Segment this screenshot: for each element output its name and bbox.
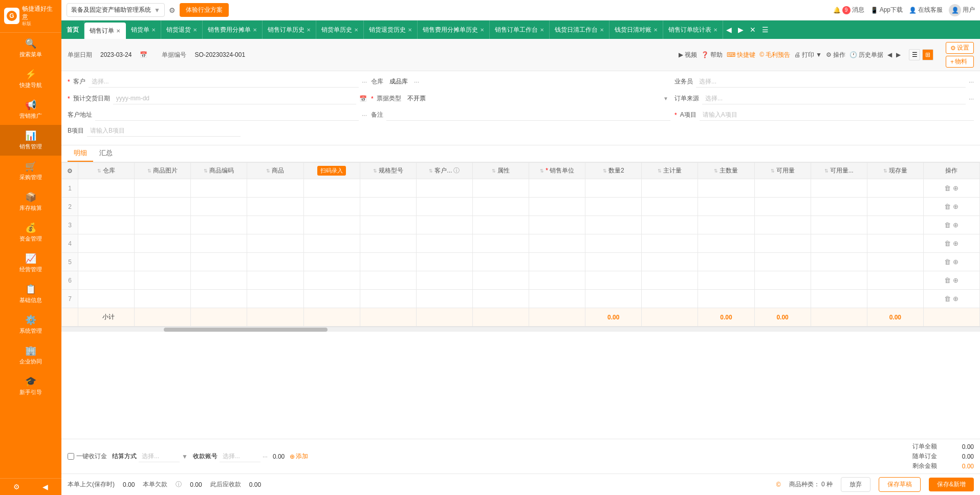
- tab-close-icon[interactable]: ✕: [540, 27, 544, 33]
- cell-product[interactable]: [247, 234, 303, 253]
- cell-quantity2[interactable]: [585, 271, 642, 290]
- customer-more-icon[interactable]: ···: [362, 78, 367, 85]
- cell-quantity2[interactable]: [585, 234, 642, 253]
- tab-close-all-btn[interactable]: ✕: [747, 26, 759, 34]
- app-download-btn[interactable]: 📱 App下载: [870, 6, 903, 14]
- cell-product[interactable]: [247, 290, 303, 308]
- cell-product-code[interactable]: [191, 198, 247, 216]
- history-btn[interactable]: 🕐 历史单据: [850, 51, 883, 59]
- cell-customer-code[interactable]: [416, 179, 472, 198]
- row-copy-btn[interactable]: ⊕: [953, 203, 959, 210]
- warehouse-more-icon[interactable]: ···: [414, 78, 419, 85]
- cell-main-unit[interactable]: [642, 216, 698, 234]
- delivery-date-input[interactable]: [113, 93, 356, 104]
- order-source-more-icon[interactable]: ···: [969, 95, 974, 102]
- customer-address-input[interactable]: [95, 109, 359, 121]
- cell-warehouse[interactable]: [78, 234, 135, 253]
- cell-warehouse[interactable]: [78, 290, 135, 308]
- cell-sales-unit[interactable]: [529, 179, 585, 198]
- cell-product[interactable]: [247, 253, 303, 271]
- tab-sales-order[interactable]: 销售订单 ✕: [84, 23, 126, 39]
- sidebar-item-purchase[interactable]: 🛒 采购管理: [0, 156, 61, 186]
- profit-btn[interactable]: © 毛利预告: [759, 51, 790, 59]
- col-gear[interactable]: ⚙: [62, 163, 78, 179]
- cell-main-unit[interactable]: [642, 253, 698, 271]
- cell-quantity2[interactable]: [585, 216, 642, 234]
- tab-close-icon[interactable]: ✕: [253, 27, 257, 33]
- calendar-icon[interactable]: 📅: [140, 51, 147, 58]
- tab-sales-return-goods-history[interactable]: 销货退货历史 ✕: [364, 20, 418, 39]
- row-delete-btn[interactable]: 🗑: [944, 240, 951, 247]
- sidebar-item-inventory[interactable]: 📦 库存核算: [0, 186, 61, 217]
- tab-cash-daily-reconcile[interactable]: 钱货日清对账 ✕: [609, 20, 663, 39]
- cell-quantity2[interactable]: [585, 179, 642, 198]
- user-btn[interactable]: 👤 用户: [949, 4, 975, 16]
- row-delete-btn[interactable]: 🗑: [944, 184, 951, 192]
- settings-icon[interactable]: ⚙: [169, 6, 176, 14]
- cell-quantity2[interactable]: [585, 253, 642, 271]
- cell-spec[interactable]: [360, 253, 416, 271]
- cell-product-code[interactable]: [191, 253, 247, 271]
- cell-product-code[interactable]: [191, 216, 247, 234]
- cell-customer-code[interactable]: [416, 198, 472, 216]
- cell-sales-unit[interactable]: [529, 216, 585, 234]
- add-btn[interactable]: ⊕ 添加: [290, 452, 308, 461]
- scrollbar-thumb[interactable]: [164, 328, 328, 332]
- cell-sales-unit[interactable]: [529, 234, 585, 253]
- receipt-account-input[interactable]: [220, 450, 260, 462]
- sidebar-item-guide[interactable]: 🎓 新手引导: [0, 371, 61, 401]
- cell-attribute[interactable]: [472, 271, 529, 290]
- sidebar-item-finance[interactable]: 💰 资金管理: [0, 217, 61, 248]
- tab-close-icon[interactable]: ✕: [480, 27, 484, 33]
- grid-view-btn[interactable]: ⊞: [922, 49, 933, 60]
- cell-main-unit[interactable]: [642, 290, 698, 308]
- sidebar-collapse-btn[interactable]: ◀: [42, 483, 48, 491]
- cell-warehouse[interactable]: [78, 253, 135, 271]
- row-copy-btn[interactable]: ⊕: [953, 221, 959, 229]
- cell-main-unit[interactable]: [642, 234, 698, 253]
- cell-main-quantity[interactable]: [698, 271, 754, 290]
- system-title[interactable]: 装备及固定资产辅助管理系统 ▼: [67, 3, 165, 17]
- tab-close-icon[interactable]: ✕: [713, 27, 717, 33]
- tab-sales-return-history[interactable]: 销货单历史 ✕: [316, 20, 364, 39]
- cell-main-quantity[interactable]: [698, 253, 754, 271]
- cell-product-code[interactable]: [191, 179, 247, 198]
- nav-left-btn[interactable]: ◀: [887, 51, 892, 58]
- row-copy-btn[interactable]: ⊕: [953, 258, 959, 266]
- detail-tab-detail[interactable]: 明细: [68, 145, 93, 162]
- customer-input[interactable]: [89, 76, 359, 88]
- row-copy-btn[interactable]: ⊕: [953, 276, 959, 284]
- cell-attribute[interactable]: [472, 234, 529, 253]
- sidebar-item-operations[interactable]: 📈 经营管理: [0, 248, 61, 278]
- tab-sales-order-workbench[interactable]: 销售订单工作台 ✕: [490, 20, 550, 39]
- sidebar-item-sales[interactable]: 📊 销售管理: [0, 125, 61, 156]
- cell-customer-code[interactable]: [416, 216, 472, 234]
- cell-customer-code[interactable]: [416, 271, 472, 290]
- sidebar-item-enterprise[interactable]: 🏢 企业协同: [0, 340, 61, 371]
- ops-btn[interactable]: ⚙ 操作: [826, 51, 845, 59]
- row-delete-btn[interactable]: 🗑: [944, 258, 951, 266]
- a-project-input[interactable]: [700, 109, 974, 121]
- cell-warehouse[interactable]: [78, 216, 135, 234]
- tab-sales-fee-split-history[interactable]: 销售费用分摊单历史 ✕: [418, 20, 490, 39]
- save-draft-btn[interactable]: 保存草稿: [879, 477, 921, 492]
- settlement-input[interactable]: [139, 450, 180, 462]
- cell-product[interactable]: [247, 198, 303, 216]
- tab-prev-btn[interactable]: ◀: [723, 26, 735, 34]
- cell-product[interactable]: [247, 216, 303, 234]
- remark-input[interactable]: [386, 109, 670, 121]
- list-view-btn[interactable]: ☰: [909, 49, 920, 60]
- cell-main-quantity[interactable]: [698, 216, 754, 234]
- cell-attribute[interactable]: [472, 290, 529, 308]
- save-new-btn[interactable]: 保存&新增: [929, 478, 974, 491]
- scan-input-btn[interactable]: 扫码录入: [317, 166, 346, 176]
- cell-sales-unit[interactable]: [529, 271, 585, 290]
- cell-warehouse[interactable]: [78, 271, 135, 290]
- settings-panel-btn[interactable]: ⚙ 设置: [946, 42, 974, 54]
- sidebar-item-system[interactable]: ⚙️ 系统管理: [0, 309, 61, 340]
- cell-customer-code[interactable]: [416, 253, 472, 271]
- cell-product-code[interactable]: [191, 234, 247, 253]
- cell-sales-unit[interactable]: [529, 198, 585, 216]
- cell-attribute[interactable]: [472, 216, 529, 234]
- tab-close-icon[interactable]: ✕: [116, 28, 120, 34]
